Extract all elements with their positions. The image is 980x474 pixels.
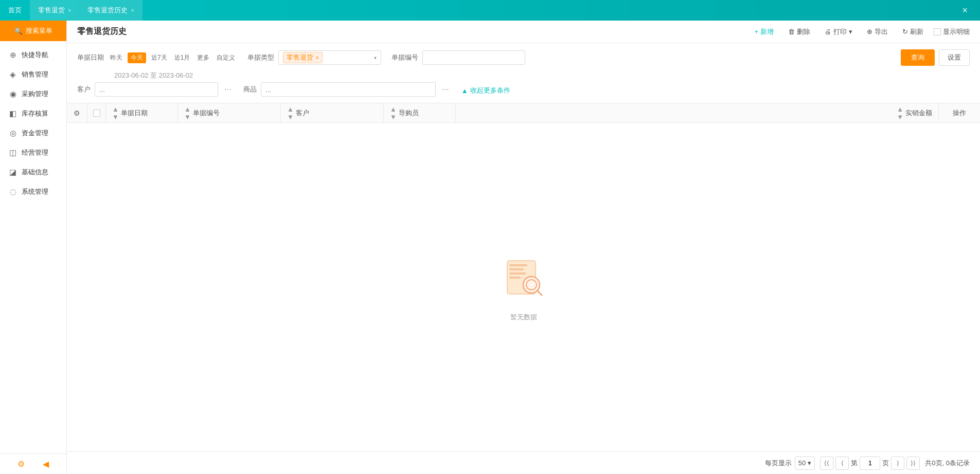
delete-button[interactable]: 🗑 删除 [784, 25, 814, 39]
quick-nav-icon: ⊕ [8, 50, 17, 60]
date-opt-7days[interactable]: 近7天 [149, 52, 169, 63]
date-opt-1month[interactable]: 近1月 [172, 52, 192, 63]
sidebar-item-operation[interactable]: ◫ 经营管理 [0, 143, 66, 162]
system-icon: ◌ [8, 187, 17, 196]
empty-icon [498, 253, 549, 304]
bill-type-tag-close[interactable]: × [315, 54, 318, 61]
empty-text: 暂无数据 [510, 313, 537, 322]
operation-icon: ◫ [8, 148, 17, 157]
svg-rect-2 [509, 268, 524, 270]
date-opt-yesterday[interactable]: 昨天 [108, 52, 124, 63]
collapse-button[interactable]: ▲ 收起更多条件 [461, 86, 510, 95]
sidebar-item-inventory[interactable]: ◧ 库存核算 [0, 104, 66, 123]
top-bar-right: × [958, 5, 980, 16]
filter-row-1: 单据日期 昨天 今天 近7天 近1月 更多 自定义 单据类型 [77, 49, 970, 66]
filter-row-2: 客户 ··· 商品 ··· ▲ 收起更多条件 [77, 82, 970, 97]
export-button[interactable]: ⊕ 导出 [863, 25, 892, 39]
tab-retail-return-close[interactable]: × [68, 7, 71, 13]
date-opt-today[interactable]: 今天 [128, 52, 146, 63]
customer-label: 客户 [77, 85, 91, 94]
refresh-button[interactable]: ↻ 刷新 [898, 25, 928, 39]
svg-rect-4 [509, 277, 521, 279]
table-header-checkbox[interactable] [87, 103, 106, 122]
th-customer-label: 客户 [296, 108, 309, 118]
sidebar-item-sales-label: 销售管理 [22, 70, 48, 79]
sidebar-item-system[interactable]: ◌ 系统管理 [0, 182, 66, 202]
setting-button[interactable]: 设置 [939, 49, 970, 66]
refresh-label: 刷新 [910, 27, 923, 37]
th-date[interactable]: ▲▼ 单据日期 [106, 103, 178, 122]
prev-page-button[interactable]: ⟨ [835, 457, 849, 470]
show-detail-label: 显示明细 [943, 27, 970, 37]
main-layout: 🔍 搜索菜单 ⊕ 快捷导航 ◈ 销售管理 ◉ 采购管理 ◧ 库存核算 ◎ 资金管 [0, 21, 980, 474]
th-date-label: 单据日期 [121, 108, 148, 118]
date-sort-icon: ▲▼ [112, 105, 119, 121]
th-guide[interactable]: ▲▼ 导购员 [384, 103, 456, 122]
tab-home-label: 首页 [8, 6, 22, 15]
tab-retail-return-history[interactable]: 零售退货历史 × [79, 0, 142, 21]
search-menu-button[interactable]: 🔍 搜索菜单 [0, 21, 66, 41]
svg-line-7 [537, 290, 542, 295]
show-detail-checkbox[interactable] [934, 28, 941, 35]
page-input[interactable] [860, 457, 880, 470]
sidebar-item-system-label: 系统管理 [22, 187, 48, 196]
th-amount[interactable]: ▲▼ 实销金额 [456, 103, 939, 122]
collapse-icon: ▲ [461, 87, 468, 95]
last-page-button[interactable]: ⟩⟩ [906, 457, 920, 470]
date-filter-label: 单据日期 [77, 53, 104, 62]
th-bill-no-label: 单据编号 [193, 108, 220, 118]
print-label: 打印 [833, 27, 847, 37]
query-button[interactable]: 查询 [901, 49, 935, 66]
th-bill-no[interactable]: ▲▼ 单据编号 [178, 103, 281, 122]
next-page-button[interactable]: ⟩ [891, 457, 904, 470]
customer-filter: 客户 ··· [77, 82, 233, 97]
empty-state: 暂无数据 [67, 123, 980, 451]
per-page-label: 每页显示 [765, 459, 792, 468]
billno-sort-icon: ▲▼ [184, 105, 191, 121]
tab-retail-return[interactable]: 零售退货 × [30, 0, 79, 21]
table-settings-icon[interactable]: ⚙ [67, 103, 87, 122]
collapse-sidebar-icon[interactable]: ◀ [43, 459, 49, 469]
th-customer[interactable]: ▲▼ 客户 [281, 103, 384, 122]
goods-more-icon[interactable]: ··· [440, 85, 451, 94]
goods-input[interactable] [261, 82, 436, 97]
select-all-checkbox[interactable] [93, 110, 100, 117]
amount-sort-icon: ▲▼ [897, 105, 903, 121]
th-amount-label: 实销金额 [905, 108, 932, 118]
pagination-bar: 每页显示 50 ▾ ⟨⟨ ⟨ 第 页 ⟩ ⟩⟩ 共0页, 0条记录 [67, 451, 980, 474]
sidebar-item-inventory-label: 库存核算 [22, 109, 48, 118]
settings-icon[interactable]: ⚙ [17, 459, 25, 469]
print-button[interactable]: 🖨 打印 ▾ [821, 25, 857, 39]
date-opt-custom[interactable]: 自定义 [215, 52, 237, 63]
customer-more-icon[interactable]: ··· [222, 85, 233, 94]
first-page-button[interactable]: ⟨⟨ [820, 457, 833, 470]
tab-home[interactable]: 首页 [0, 0, 30, 21]
date-opt-more[interactable]: 更多 [195, 52, 211, 63]
bill-type-label: 单据类型 [247, 53, 274, 62]
export-label: 导出 [875, 27, 888, 37]
window-close-button[interactable]: × [958, 5, 972, 16]
sidebar-item-purchase[interactable]: ◉ 采购管理 [0, 84, 66, 104]
customer-input[interactable] [95, 82, 218, 97]
export-icon: ⊕ [867, 28, 872, 35]
tab-retail-return-label: 零售退货 [38, 6, 65, 15]
page-title: 零售退货历史 [77, 26, 127, 37]
search-icon: 🔍 [14, 27, 23, 35]
bill-no-input[interactable] [422, 50, 525, 65]
bill-type-select[interactable]: 零售退货 × ▾ [278, 50, 381, 65]
tab-retail-return-history-close[interactable]: × [131, 7, 134, 13]
delete-label: 删除 [797, 27, 810, 37]
finance-icon: ◎ [8, 129, 17, 138]
page-header: 零售退货历史 + 新增 🗑 删除 🖨 打印 ▾ ⊕ 导出 [67, 21, 980, 43]
bill-type-select-arrow: ▾ [374, 55, 377, 61]
sidebar-item-basic-info[interactable]: ◪ 基础信息 [0, 162, 66, 182]
print-arrow-icon: ▾ [849, 28, 852, 35]
sidebar-item-finance[interactable]: ◎ 资金管理 [0, 123, 66, 143]
per-page-box[interactable]: 50 ▾ [795, 457, 815, 470]
sidebar-item-sales[interactable]: ◈ 销售管理 [0, 65, 66, 84]
page-unit: 页 [882, 459, 889, 468]
sidebar-item-quick-nav[interactable]: ⊕ 快捷导航 [0, 45, 66, 65]
sidebar: 🔍 搜索菜单 ⊕ 快捷导航 ◈ 销售管理 ◉ 采购管理 ◧ 库存核算 ◎ 资金管 [0, 21, 67, 474]
new-button[interactable]: + 新增 [750, 25, 778, 39]
date-range-row: 2023-06-02 至 2023-06-02 [77, 71, 970, 80]
